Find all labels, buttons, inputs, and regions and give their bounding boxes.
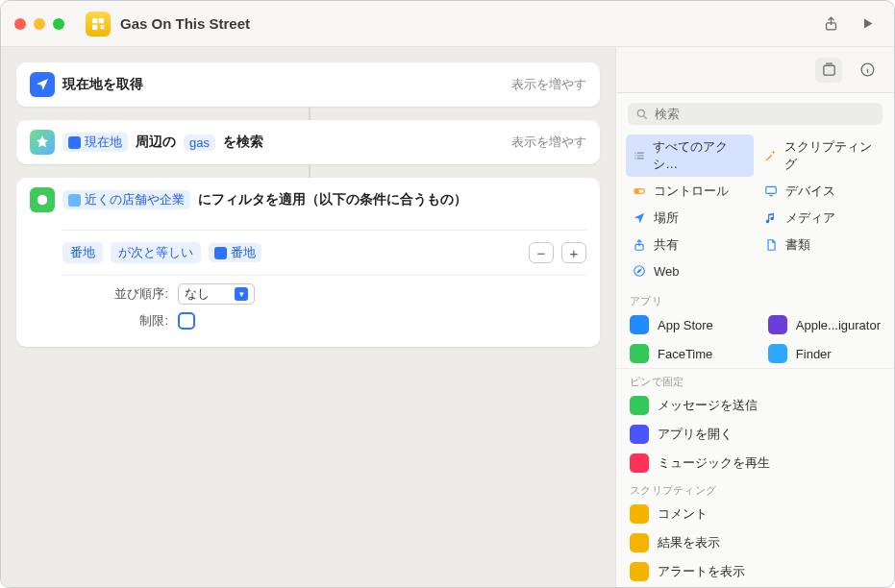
category-display[interactable]: デバイス [758, 179, 885, 204]
app-icon [630, 315, 649, 334]
app-icon [768, 344, 787, 363]
section-pinned: ピンで固定 [616, 369, 894, 391]
category-safari[interactable]: Web [626, 259, 754, 282]
remove-condition-button[interactable]: − [529, 242, 554, 263]
category-share[interactable]: 共有 [626, 233, 754, 257]
location-token-icon [68, 136, 81, 149]
svg-point-4 [637, 110, 644, 116]
chevron-updown-icon: ▾ [235, 287, 248, 301]
share-icon [632, 237, 647, 253]
sidebar-toolbar [616, 47, 894, 93]
app-window: Gas On This Street 現在地を取得 表示を増やす [0, 0, 895, 588]
search-icon [635, 108, 649, 121]
app-icon [630, 533, 649, 552]
category-switch[interactable]: コントロール [626, 179, 754, 204]
note-icon [763, 210, 779, 226]
filter-value-token[interactable]: 番地 [209, 243, 261, 262]
window-controls [14, 18, 64, 30]
list-item[interactable]: 結果を表示 [616, 528, 894, 557]
search-input[interactable] [655, 107, 875, 121]
category-nav[interactable]: 場所 [626, 206, 754, 231]
filter-icon [30, 187, 55, 212]
list-item[interactable]: FaceTime [616, 339, 755, 368]
pinned-list: メッセージを送信アプリを開くミュージックを再生 [616, 391, 894, 478]
list-item[interactable]: アラートを表示 [616, 557, 894, 586]
list-item[interactable]: アプリを開く [616, 420, 894, 449]
titlebar: Gas On This Street [1, 1, 894, 47]
filter-field[interactable]: 番地 [62, 242, 103, 263]
search-field[interactable] [628, 103, 883, 125]
category-note[interactable]: メディア [758, 206, 885, 231]
sort-label: 並び順序: [62, 285, 168, 303]
filter-operator[interactable]: が次と等しい [111, 242, 201, 263]
list-item[interactable]: メッセージを送信 [616, 391, 894, 420]
shortcut-title: Gas On This Street [120, 15, 808, 32]
list-item[interactable]: Apple...igurator [755, 310, 894, 339]
variable-nearby-businesses[interactable]: 近くの店舗や企業 [62, 190, 190, 209]
category-grid: すべてのアクシ…スクリプティングコントロールデバイス場所メディア共有書類Web [616, 135, 894, 288]
run-button[interactable] [854, 12, 881, 37]
category-wand[interactable]: スクリプティング [758, 135, 885, 177]
app-icon [768, 315, 787, 334]
action-title: 現在地を取得 [62, 76, 143, 93]
location-arrow-icon [30, 72, 55, 97]
workflow-editor: 現在地を取得 表示を増やす 現在地 周辺の ga [1, 47, 615, 587]
doc-icon [763, 237, 779, 253]
search-query-token[interactable]: gas [184, 135, 215, 151]
svg-rect-2 [823, 65, 833, 75]
shortcut-app-icon [86, 12, 111, 37]
minimize-window-button[interactable] [34, 18, 45, 30]
category-list[interactable]: すべてのアクシ… [626, 135, 754, 177]
show-more-link[interactable]: 表示を増やす [511, 76, 586, 93]
switch-icon [632, 184, 647, 199]
apps-list: App StoreApple...iguratorFaceTimeFinder [616, 310, 894, 368]
filter-condition-row: 番地 が次と等しい 番地 − + [62, 234, 586, 271]
app-icon [630, 562, 649, 581]
action-text: にフィルタを適用（以下の条件に合うもの） [198, 191, 467, 208]
location-token-icon [214, 247, 227, 259]
zoom-window-button[interactable] [53, 18, 64, 30]
action-text: 周辺の [136, 134, 176, 151]
actions-sidebar: すべてのアクシ…スクリプティングコントロールデバイス場所メディア共有書類Web … [615, 47, 894, 587]
scripting-list: コメント結果を表示アラートを表示入力を要求数えるメニューから選択 [616, 500, 894, 587]
library-toggle-button[interactable] [815, 58, 842, 83]
nav-icon [632, 210, 647, 226]
list-item[interactable]: コメント [616, 500, 894, 528]
category-doc[interactable]: 書類 [758, 233, 885, 257]
wand-icon [763, 148, 778, 163]
action-get-current-location[interactable]: 現在地を取得 表示を増やす [16, 62, 600, 107]
app-icon [630, 396, 649, 415]
svg-point-1 [37, 195, 48, 206]
section-apps: アプリ [616, 288, 894, 310]
sort-order-select[interactable]: なし ▾ [178, 283, 255, 305]
app-icon [630, 425, 649, 444]
variable-current-location[interactable]: 現在地 [62, 133, 128, 152]
share-button[interactable] [817, 12, 844, 37]
section-scripting: スクリプティング [616, 478, 894, 500]
app-icon [630, 504, 649, 524]
list-item[interactable]: Finder [755, 339, 894, 368]
list-icon [632, 148, 646, 163]
limit-checkbox[interactable] [178, 312, 195, 330]
info-button[interactable] [854, 58, 881, 83]
list-item[interactable]: App Store [616, 310, 755, 339]
limit-label: 制限: [62, 312, 168, 330]
maps-icon [30, 130, 55, 155]
app-icon [630, 344, 649, 363]
main-split: 現在地を取得 表示を増やす 現在地 周辺の ga [1, 47, 894, 587]
list-item[interactable]: ミュージックを再生 [616, 449, 894, 478]
action-search-maps[interactable]: 現在地 周辺の gas を検索 表示を増やす [16, 120, 600, 164]
svg-rect-7 [765, 186, 776, 193]
display-icon [763, 184, 779, 199]
close-window-button[interactable] [14, 18, 26, 30]
app-icon [630, 453, 649, 473]
action-text-suffix: を検索 [223, 134, 263, 151]
svg-point-6 [635, 189, 639, 193]
safari-icon [632, 263, 647, 279]
business-token-icon [68, 194, 81, 207]
add-condition-button[interactable]: + [561, 242, 586, 263]
action-filter[interactable]: 近くの店舗や企業 にフィルタを適用（以下の条件に合うもの） 番地 が次と等しい … [16, 178, 600, 347]
list-item[interactable]: 入力を要求 [616, 586, 894, 587]
show-more-link[interactable]: 表示を増やす [511, 134, 586, 151]
